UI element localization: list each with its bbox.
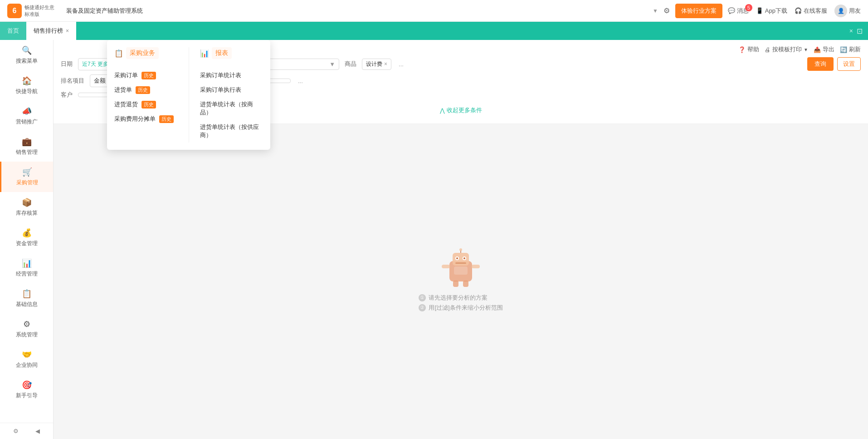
avatar: 👤 [834, 5, 847, 17]
main-layout: 🔍 搜索菜单 🏠 快捷导航 📣 营销推广 💼 销售管理 🛒 采购管理 📦 库存核… [0, 40, 868, 439]
sidebar-item-base-info[interactable]: 📋 基础信息 [0, 283, 53, 314]
sidebar-item-guide[interactable]: 🎯 新手引导 [0, 375, 53, 405]
salesman-dots[interactable]: ... [298, 78, 303, 84]
setting-btn[interactable]: 设置 [837, 57, 861, 71]
hist-badge-2: 历史 [141, 101, 156, 109]
message-badge: 5 [745, 4, 752, 11]
incoming-order-item[interactable]: 进货单 历史 [114, 83, 178, 97]
sidebar-item-label: 企业协同 [16, 361, 38, 369]
sidebar-item-label: 基础信息 [16, 301, 38, 308]
export-btn[interactable]: 📤 导出 [814, 45, 834, 54]
trial-btn[interactable]: 体验行业方案 [675, 4, 722, 18]
query-btn[interactable]: 查询 [807, 57, 834, 71]
dropdown-col2-title: 📊 报表 [200, 47, 263, 63]
purchase-icon: 🛒 [22, 167, 32, 177]
hint1-num: ① [419, 294, 426, 301]
top-right: 💬 消息 5 📱 App下载 🎧 在线客服 👤 用友 [728, 5, 861, 17]
sidebar-item-search[interactable]: 🔍 搜索菜单 [0, 40, 53, 70]
dropdown-col-reports: 📊 报表 采购订单统计表 采购订单执行表 进货单统计表（按商品） 进货单统计表（… [200, 47, 263, 143]
tab-window-close-icon[interactable]: × [849, 27, 853, 35]
marketing-icon: 📣 [22, 106, 32, 116]
return-goods-label: 进货退货 [114, 100, 138, 109]
print-icon: 🖨 [765, 46, 770, 53]
message-btn[interactable]: 💬 消息 5 [728, 7, 749, 15]
sidebar-item-label: 快捷导航 [16, 88, 38, 95]
app-download-btn[interactable]: 📱 App下载 [756, 7, 787, 15]
purchase-cost-item[interactable]: 采购费用分摊单 历史 [114, 112, 178, 126]
incoming-order-label: 进货单 [114, 86, 132, 94]
hist-badge-1: 历史 [136, 86, 150, 94]
help-btn[interactable]: ❓ 帮助 [738, 45, 759, 54]
sidebar-item-operations[interactable]: 📊 经营管理 [0, 253, 53, 283]
purchase-business-icon: 📋 [114, 49, 123, 58]
rank-label: 排名项目 [61, 77, 84, 85]
print-btn[interactable]: 🖨 按模板打印 ▼ [765, 45, 808, 54]
sidebar-item-label: 搜索菜单 [16, 57, 38, 65]
tab-close-icon[interactable]: × [66, 28, 69, 34]
sidebar-item-quick-nav[interactable]: 🏠 快捷导航 [0, 70, 53, 101]
empty-state: ① 请先选择要分析的方案 ② 用[过滤]条件来缩小分析范围 [54, 124, 868, 432]
sidebar-item-sales[interactable]: 💼 销售管理 [0, 131, 53, 162]
svg-rect-13 [454, 266, 468, 275]
hint2-text: 用[过滤]条件来缩小分析范围 [429, 304, 502, 312]
dropdown-arrow-icon: ▼ [653, 8, 658, 14]
svg-point-4 [456, 257, 458, 259]
sidebar-item-purchase[interactable]: 🛒 采购管理 [0, 162, 53, 192]
goods-tag: 设计费 × [362, 59, 391, 70]
purchase-order-stats-item[interactable]: 采购订单统计表 [200, 68, 263, 83]
tab-sales-rank-label: 销售排行榜 [34, 27, 63, 35]
hint1-text: 请先选择要分析的方案 [429, 294, 488, 302]
sidebar-item-inventory[interactable]: 📦 库存核算 [0, 192, 53, 222]
sidebar-collapse-icon[interactable]: ◀ [35, 428, 40, 434]
customer-label: 客户 [61, 91, 73, 99]
search-icon: 🔍 [22, 45, 32, 55]
tab-home[interactable]: 首页 [0, 22, 26, 40]
sidebar-item-label: 新手引导 [16, 392, 38, 400]
svg-point-5 [463, 257, 465, 259]
settings-icon[interactable]: ⚙ [663, 6, 670, 15]
online-service-btn[interactable]: 🎧 在线客服 [795, 7, 827, 15]
goods-dots[interactable]: ... [399, 61, 404, 68]
system-title: 装备及固定资产辅助管理系统 [66, 7, 647, 15]
sidebar-item-label: 营销推广 [16, 118, 38, 126]
tab-sales-rank[interactable]: 销售排行榜 × [26, 22, 76, 40]
print-arrow-icon: ▼ [804, 47, 808, 52]
finance-icon: 💰 [22, 228, 32, 238]
sidebar-item-finance[interactable]: 💰 资金管理 [0, 222, 53, 253]
home-icon: 🏠 [22, 76, 32, 86]
operations-icon: 📊 [22, 258, 32, 268]
top-bar: 6 畅捷通好生意 标准版 装备及固定资产辅助管理系统 ▼ ⚙ 体验行业方案 💬 … [0, 0, 868, 22]
purchase-order-exec-label: 采购订单执行表 [200, 86, 241, 94]
svg-point-12 [459, 248, 462, 251]
purchase-cost-label: 采购费用分摊单 [114, 115, 156, 123]
toolbar-right: ❓ 帮助 🖨 按模板打印 ▼ 📤 导出 🔄 刷新 [738, 45, 861, 54]
refresh-btn[interactable]: 🔄 刷新 [840, 45, 861, 54]
svg-rect-6 [455, 262, 466, 264]
collapse-icon: ⋀ [440, 107, 445, 114]
sidebar-item-label: 销售管理 [16, 148, 38, 156]
help-icon: ❓ [738, 46, 746, 53]
inbound-goods-stats-item[interactable]: 进货单统计表（按商品） [200, 97, 263, 120]
voucher-status-arrow: ▼ [329, 61, 335, 68]
tab-bar-actions: × ⊡ [844, 27, 868, 35]
user-btn[interactable]: 👤 用友 [834, 5, 861, 17]
logo-area: 6 畅捷通好生意 标准版 [7, 4, 61, 18]
sidebar-item-marketing[interactable]: 📣 营销推广 [0, 101, 53, 131]
base-info-icon: 📋 [22, 289, 32, 299]
goods-tag-close[interactable]: × [384, 61, 387, 67]
inbound-supplier-stats-item[interactable]: 进货单统计表（按供应商） [200, 120, 263, 143]
sidebar-settings-icon[interactable]: ⚙ [13, 428, 19, 434]
tab-home-label: 首页 [7, 27, 19, 35]
sidebar-item-system[interactable]: ⚙ 系统管理 [0, 314, 53, 344]
purchase-order-item[interactable]: 采购订单 历史 [114, 68, 178, 83]
enterprise-icon: 🤝 [22, 350, 32, 360]
headset-icon: 🎧 [795, 7, 802, 14]
return-goods-item[interactable]: 进货退货 历史 [114, 97, 178, 112]
sidebar-item-enterprise[interactable]: 🤝 企业协同 [0, 344, 53, 375]
inventory-icon: 📦 [22, 197, 32, 207]
svg-rect-7 [442, 265, 450, 268]
purchase-order-exec-item[interactable]: 采购订单执行表 [200, 83, 263, 97]
tab-maximize-icon[interactable]: ⊡ [857, 27, 863, 35]
empty-robot-svg [438, 247, 483, 288]
svg-rect-10 [463, 281, 468, 287]
